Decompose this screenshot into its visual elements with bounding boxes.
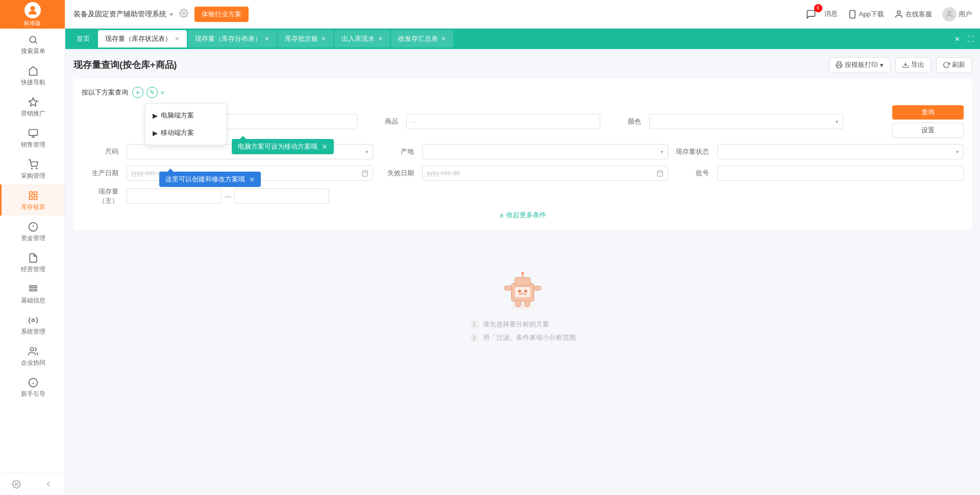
notification-badge: 6: [814, 4, 822, 12]
sidebar-item-operations[interactable]: 经营管理: [0, 247, 65, 278]
sidebar-item-label: 采购管理: [21, 172, 45, 180]
batch-no-input[interactable]: [717, 166, 964, 181]
sidebar-item-system[interactable]: 系统管理: [0, 309, 65, 340]
settings-btn[interactable]: [12, 480, 21, 489]
print-btn[interactable]: 按模板打印 ▾: [829, 57, 890, 73]
tab-inout-flow[interactable]: 出入库流水 ✕: [334, 30, 390, 48]
expiry-date-input[interactable]: yyyy-mm-dd: [422, 166, 669, 181]
hint-num-1: 1: [470, 320, 479, 329]
tab-inventory-status[interactable]: 现存量（库存状况表） ✕: [98, 30, 187, 48]
tab-home[interactable]: 首页: [69, 30, 97, 48]
reset-btn[interactable]: 设置: [892, 123, 964, 138]
sidebar-item-basic[interactable]: 基础信息: [0, 278, 65, 309]
svg-point-41: [521, 272, 524, 275]
back-scheme-btn[interactable]: «: [161, 89, 164, 96]
search-buttons: 查询 设置: [892, 105, 964, 138]
pc-tooltip: 电脑方案可设为移动方案哦 ✕: [232, 139, 334, 154]
expiry-date-label: 失效日期: [377, 169, 418, 178]
user-avatar: [942, 7, 957, 21]
stock-main-from[interactable]: [127, 188, 222, 204]
hint-2: 2 用「过滤」条件来缩小分析范围: [470, 333, 576, 342]
add-scheme-btn[interactable]: +: [132, 87, 143, 98]
page-title: 现存量查询(按仓库+商品): [74, 59, 177, 71]
messages-btn[interactable]: 6 消息: [806, 9, 838, 19]
stock-status-select[interactable]: ▾: [717, 144, 964, 159]
stock-main-to[interactable]: [234, 188, 329, 204]
sidebar-item-finance[interactable]: 资金管理: [0, 216, 65, 247]
industry-btn[interactable]: 体验行业方案: [194, 7, 249, 22]
sidebar-item-marketing[interactable]: 营销推广: [0, 91, 65, 122]
tab-receive-summary[interactable]: 收发存汇总表 ✕: [391, 30, 453, 48]
tab-close-receive-summary[interactable]: ✕: [441, 35, 446, 42]
header-right: 6 消息 App下载 在线客服 用户: [806, 7, 972, 21]
svg-point-16: [30, 348, 34, 351]
svg-rect-8: [30, 192, 33, 195]
sidebar-item-label: 基础信息: [21, 296, 45, 305]
color-select[interactable]: ▾: [649, 114, 843, 129]
online-support-btn[interactable]: 在线客服: [894, 10, 932, 19]
header-settings-icon[interactable]: [179, 9, 188, 19]
sidebar-item-inventory[interactable]: 库存核算: [0, 184, 65, 216]
page-actions: 按模板打印 ▾ 导出 刷新: [829, 57, 972, 73]
svg-point-15: [32, 319, 35, 322]
top-header: 装备及固定资产辅助管理系统 ▾ 体验行业方案 6 消息 App下载 在线客服: [65, 0, 980, 29]
collapse-btn[interactable]: [44, 480, 53, 489]
sidebar-item-sales[interactable]: 销售管理: [0, 122, 65, 153]
system-dropdown-icon[interactable]: ▾: [169, 10, 173, 18]
filter-header: 按以下方案查询 + ✎ «: [82, 87, 964, 98]
svg-point-7: [36, 168, 37, 169]
edit-tooltip-close[interactable]: ✕: [249, 176, 255, 183]
content: 现存量查询(按仓库+商品) 按模板打印 ▾ 导出 刷新: [65, 49, 980, 495]
tab-close-inout-flow[interactable]: ✕: [378, 35, 383, 42]
sidebar-logo: 标准版: [0, 0, 65, 29]
tab-fullscreen-icon[interactable]: ⛶: [965, 33, 976, 45]
sidebar-item-label: 搜索菜单: [21, 47, 45, 56]
filter-panel: 按以下方案查询 + ✎ « ▶ 电脑端方案 ▶ 移动端方案: [74, 79, 972, 230]
empty-state: 1 请先选择要分析的方案 2 用「过滤」条件来缩小分析范围: [74, 230, 972, 373]
svg-rect-30: [657, 171, 663, 176]
svg-rect-10: [30, 197, 33, 200]
sidebar-item-label: 资金管理: [21, 234, 45, 243]
svg-rect-44: [516, 300, 521, 307]
edit-scheme-btn[interactable]: ✎: [146, 87, 158, 98]
tab-inventory-distribution[interactable]: 现存量（库存分布表） ✕: [188, 30, 277, 48]
sidebar-item-quick-nav[interactable]: 快捷导航: [0, 60, 65, 91]
size-label: 尺码: [82, 147, 122, 156]
search-btn[interactable]: 查询: [892, 105, 964, 120]
sidebar-item-purchase[interactable]: 采购管理: [0, 153, 65, 184]
stock-main-label: 现存量（主）: [82, 187, 122, 205]
svg-line-2: [35, 42, 37, 44]
color-label: 颜色: [604, 117, 645, 126]
svg-rect-43: [534, 286, 541, 290]
tab-batch-account[interactable]: 库存批次账 ✕: [278, 30, 333, 48]
scheme-item-pc[interactable]: ▶ 电脑端方案: [145, 107, 226, 124]
filter-header-actions: + ✎ «: [132, 87, 164, 98]
sidebar-item-search-menu[interactable]: 搜索菜单: [0, 29, 65, 60]
collapse-btn[interactable]: ∧ 收起更多条件: [82, 205, 964, 222]
logo-icon: [24, 2, 41, 18]
hint-1: 1 请先选择要分析的方案: [470, 320, 576, 329]
origin-label: 产地: [377, 147, 418, 156]
tab-close-batch-account[interactable]: ✕: [321, 35, 326, 42]
pc-tooltip-close[interactable]: ✕: [322, 143, 328, 151]
app-download-btn[interactable]: App下载: [848, 10, 884, 19]
sidebar-item-label: 新手引导: [21, 390, 45, 398]
sidebar-item-label: 企业协同: [21, 359, 45, 367]
empty-illustration: [497, 261, 548, 312]
svg-point-34: [507, 302, 538, 311]
tab-close-inventory-distribution[interactable]: ✕: [264, 35, 270, 42]
sidebar-item-guide[interactable]: 新手引导: [0, 371, 65, 403]
origin-select[interactable]: ▾: [422, 144, 669, 159]
sidebar-item-enterprise[interactable]: 企业协同: [0, 340, 65, 371]
tab-close-inventory-status[interactable]: ✕: [175, 35, 180, 42]
scheme-item-mobile[interactable]: ▶ 移动端方案: [145, 124, 226, 142]
tab-close-all-icon[interactable]: ✕: [952, 33, 962, 45]
range-separator: —: [225, 193, 231, 200]
refresh-btn[interactable]: 刷新: [936, 57, 972, 73]
export-btn[interactable]: 导出: [895, 57, 931, 73]
sidebar-item-label: 系统管理: [21, 327, 45, 336]
sidebar-item-label: 营销推广: [21, 109, 45, 118]
user-btn[interactable]: 用户: [942, 7, 972, 21]
goods-select[interactable]: ···: [406, 114, 600, 129]
edit-tooltip: 这里可以创建和修改方案哦 ✕: [159, 172, 261, 187]
